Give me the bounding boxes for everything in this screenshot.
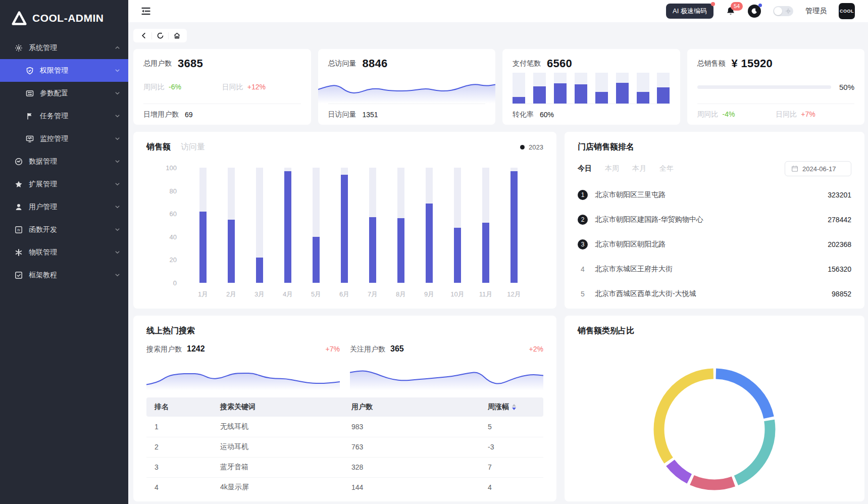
topbar: AI 极速编码 54 管理员 COOL	[128, 0, 868, 22]
mini-bar	[657, 87, 670, 104]
sun-icon	[785, 8, 791, 14]
stat-value: 3685	[178, 57, 203, 70]
visits-sparkline-chart	[318, 75, 496, 104]
tab-sales[interactable]: 销售额	[146, 142, 171, 153]
avatar[interactable]: COOL	[839, 3, 855, 19]
x-tick-label: 11月	[472, 290, 500, 299]
notifications-button[interactable]: 54	[726, 6, 736, 16]
ai-coding-button[interactable]: AI 极速编码	[666, 4, 713, 19]
rank-badge: 3	[578, 239, 588, 249]
bar-slot	[245, 168, 274, 283]
cell-keyword: 4k显示屏	[220, 477, 351, 497]
bar-track	[369, 168, 376, 283]
header-rank: 排名	[146, 397, 220, 417]
refresh-button[interactable]	[152, 29, 168, 42]
middle-row: 销售额 访问量 2023 020406080100 1月2月3月4月5月6月7月…	[133, 132, 864, 309]
theme-button[interactable]	[748, 5, 761, 18]
sidebar-item-label: 数据管理	[29, 157, 109, 166]
bar	[256, 258, 263, 283]
topbar-actions: AI 极速编码 54 管理员 COOL	[666, 3, 855, 19]
bar	[369, 217, 376, 283]
stat-cards-row: 总用户数 3685 周同比-6% 日同比+12% 日增用户数 69	[133, 49, 864, 125]
stat-footer-label: 转化率	[513, 110, 534, 119]
tab-this-month[interactable]: 本月	[632, 164, 646, 173]
sidebar-item-extensions[interactable]: 扩展管理	[0, 173, 128, 195]
sidebar-item-label: 系统管理	[29, 43, 109, 53]
store-sales-value: 202368	[828, 240, 851, 248]
sidebar-item-permissions[interactable]: 权限管理	[0, 59, 128, 82]
sidebar-item-monitoring[interactable]: 监控管理	[0, 127, 128, 150]
sidebar-item-label: 权限管理	[40, 66, 109, 75]
cell-rank: 1	[146, 417, 220, 437]
date-picker[interactable]: 2024-06-17	[785, 161, 851, 176]
bar	[313, 237, 320, 283]
sparkline-area	[318, 84, 496, 104]
y-tick-label: 60	[170, 210, 177, 218]
sidebar-item-tutorial[interactable]: 框架教程	[0, 264, 128, 286]
header-keyword: 搜索关键词	[220, 397, 351, 417]
data-chart-icon	[14, 157, 23, 166]
sidebar-item-label: 物联管理	[29, 248, 109, 257]
stat-card-payments: 支付笔数 6560 转化率 60%	[502, 49, 680, 125]
y-tick-label: 100	[166, 164, 177, 172]
sidebar-item-users[interactable]: 用户管理	[0, 195, 128, 218]
bar-track	[341, 168, 348, 283]
y-tick-label: 0	[173, 279, 177, 287]
tab-this-year[interactable]: 全年	[659, 164, 674, 173]
chevron-down-icon	[115, 90, 120, 96]
bar	[454, 228, 461, 283]
cell-user-count: 144	[351, 477, 488, 497]
tab-today[interactable]: 今日	[578, 164, 592, 173]
bar-track	[199, 168, 207, 283]
home-button[interactable]	[169, 29, 185, 42]
sidebar-item-tasks[interactable]: 任务管理	[0, 105, 128, 127]
cell-user-count: 763	[351, 437, 488, 457]
bar-track	[397, 168, 404, 283]
store-sales-value: 323201	[828, 191, 851, 199]
username[interactable]: 管理员	[805, 7, 827, 16]
sort-icons[interactable]	[512, 404, 516, 410]
x-tick-label: 6月	[330, 290, 359, 299]
stat-value: ¥ 15920	[732, 57, 773, 70]
x-tick-label: 10月	[443, 290, 472, 299]
x-tick-label: 5月	[302, 290, 330, 299]
back-button[interactable]	[135, 29, 151, 42]
week-compare-label: 周同比	[697, 110, 719, 118]
red-dot-indicator	[711, 2, 715, 6]
stat-label: 总销售额	[697, 59, 726, 68]
dark-mode-toggle[interactable]	[773, 6, 793, 16]
ranking-tabs: 今日 本周 本月 全年	[578, 164, 674, 173]
bar	[341, 175, 348, 283]
sales-category-panel: 销售额类别占比	[565, 316, 864, 501]
sidebar-item-functions[interactable]: fx 函数开发	[0, 218, 128, 241]
mini-bar-track	[616, 73, 629, 104]
store-name: 北京市朝阳区三里屯路	[595, 190, 828, 199]
x-tick-label: 7月	[359, 290, 387, 299]
sidebar-item-data[interactable]: 数据管理	[0, 150, 128, 173]
chart-legend: 2023	[520, 143, 543, 151]
mini-bar	[616, 83, 629, 104]
collapse-sidebar-icon[interactable]	[140, 6, 151, 17]
sort-asc-icon	[512, 404, 516, 407]
monitor-icon	[25, 134, 34, 143]
day-compare-value: +12%	[247, 83, 266, 91]
sidebar-item-label: 函数开发	[29, 225, 109, 234]
tab-this-week[interactable]: 本周	[605, 164, 619, 173]
tab-visits[interactable]: 访问量	[181, 142, 205, 153]
brand-logo: COOL-ADMIN	[0, 0, 128, 36]
header-weekly-change[interactable]: 周涨幅	[488, 397, 543, 417]
bar	[426, 204, 433, 283]
header-user-count: 用户数	[351, 397, 488, 417]
settings-card-icon	[25, 89, 34, 97]
sidebar-item-system[interactable]: 系统管理	[0, 36, 128, 59]
chevron-down-icon	[115, 136, 120, 141]
bar-slot	[387, 168, 415, 283]
sidebar-item-parameters[interactable]: 参数配置	[0, 82, 128, 105]
x-tick-label: 8月	[387, 290, 415, 299]
week-compare-label: 周同比	[143, 83, 165, 91]
sidebar-item-iot[interactable]: 物联管理	[0, 241, 128, 264]
hot-search-table: 排名 搜索关键词 用户数 周涨幅 1 无线耳机 983 5	[146, 397, 543, 497]
bar-slot	[302, 168, 330, 283]
follow-users-sparkline-chart	[350, 359, 543, 390]
bottom-row: 线上热门搜索 搜索用户数 1242 +7% 关注用户	[133, 316, 864, 501]
